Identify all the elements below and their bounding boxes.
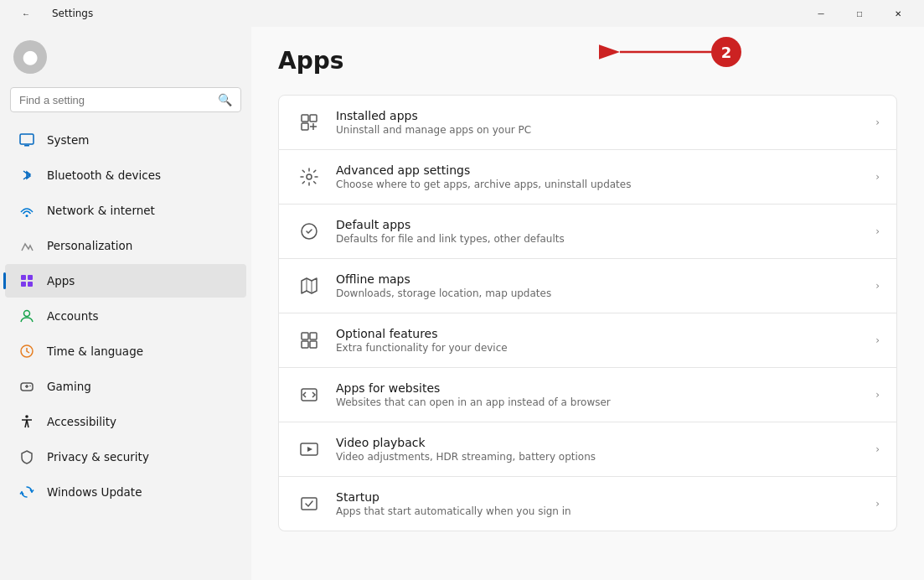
settings-item-default-apps[interactable]: Default apps Defaults for file and link …: [278, 205, 897, 259]
close-icon: ✕: [895, 9, 901, 18]
sidebar-item-update-label: Windows Update: [47, 485, 142, 499]
sidebar-item-privacy[interactable]: Privacy & security: [5, 440, 246, 474]
sidebar: ● 🔍 System Bluetooth & devices Network: [0, 27, 251, 580]
page-title: Apps: [278, 47, 897, 75]
network-icon: [18, 202, 35, 219]
settings-item-video-playback[interactable]: Video playback Video adjustments, HDR st…: [278, 422, 897, 477]
startup-text: Startup Apps that start automatically wh…: [336, 490, 862, 517]
sidebar-item-network-label: Network & internet: [47, 204, 155, 217]
settings-item-startup[interactable]: Startup Apps that start automatically wh…: [278, 477, 897, 531]
sidebar-item-update[interactable]: Windows Update: [5, 475, 246, 509]
close-button[interactable]: ✕: [879, 0, 917, 27]
maximize-icon: □: [857, 9, 862, 18]
minimize-button[interactable]: ─: [802, 0, 840, 27]
user-avatar-section: ●: [0, 27, 251, 80]
advanced-text: Advanced app settings Choose where to ge…: [336, 163, 862, 190]
sidebar-item-personalization[interactable]: Personalization: [5, 229, 246, 262]
settings-item-offline-maps[interactable]: Offline maps Downloads, storage location…: [278, 259, 897, 313]
video-playback-icon: [296, 436, 323, 463]
advanced-chevron: ›: [875, 171, 880, 183]
back-button[interactable]: ←: [7, 0, 45, 27]
svg-point-2: [26, 215, 28, 217]
svg-rect-3: [21, 275, 26, 280]
search-input[interactable]: [19, 94, 213, 106]
sidebar-item-apps[interactable]: Apps: [5, 264, 246, 298]
svg-point-7: [24, 311, 30, 317]
optional-features-text: Optional features Extra functionality fo…: [336, 327, 862, 354]
sidebar-item-network[interactable]: Network & internet: [5, 194, 246, 227]
settings-item-optional-features[interactable]: Optional features Extra functionality fo…: [278, 313, 897, 368]
offline-maps-chevron: ›: [875, 280, 880, 292]
startup-chevron: ›: [875, 498, 880, 510]
sidebar-item-accounts-label: Accounts: [47, 309, 99, 323]
privacy-icon: [18, 448, 35, 465]
window-title: Settings: [52, 8, 93, 19]
offline-maps-icon: [296, 272, 323, 299]
svg-rect-1: [24, 145, 29, 147]
sidebar-item-time[interactable]: Time & language: [5, 334, 246, 368]
update-icon: [18, 484, 35, 500]
optional-features-title: Optional features: [336, 327, 862, 340]
video-playback-desc: Video adjustments, HDR streaming, batter…: [336, 451, 862, 463]
titlebar: ← Settings ─ □ ✕: [0, 0, 924, 27]
settings-item-installed-apps[interactable]: Installed apps Uninstall and manage apps…: [278, 95, 897, 150]
svg-rect-25: [310, 333, 317, 339]
personalization-icon: [18, 237, 35, 254]
avatar[interactable]: ●: [13, 40, 47, 74]
offline-maps-text: Offline maps Downloads, storage location…: [336, 272, 862, 299]
svg-point-12: [29, 386, 31, 387]
sidebar-item-accessibility[interactable]: Accessibility: [5, 405, 246, 438]
bluetooth-icon: [18, 167, 35, 184]
advanced-title: Advanced app settings: [336, 163, 862, 177]
svg-rect-26: [302, 341, 308, 348]
video-playback-chevron: ›: [875, 443, 880, 455]
optional-features-icon: [296, 327, 323, 354]
apps-icon: [18, 272, 35, 289]
sidebar-item-system[interactable]: System: [5, 123, 246, 157]
sidebar-item-bluetooth[interactable]: Bluetooth & devices: [5, 158, 246, 192]
back-icon: ←: [22, 9, 30, 18]
maximize-button[interactable]: □: [840, 0, 879, 27]
sidebar-item-gaming[interactable]: Gaming: [5, 370, 246, 403]
svg-rect-0: [20, 134, 34, 144]
svg-marker-30: [307, 447, 312, 452]
svg-rect-27: [310, 341, 317, 348]
gaming-icon: [18, 378, 35, 395]
svg-rect-6: [28, 282, 33, 287]
system-icon: [18, 132, 35, 148]
video-playback-text: Video playback Video adjustments, HDR st…: [336, 436, 862, 463]
apps-websites-title: Apps for websites: [336, 381, 862, 395]
settings-item-advanced[interactable]: Advanced app settings Choose where to ge…: [278, 150, 897, 205]
svg-rect-5: [21, 282, 26, 287]
time-icon: [18, 343, 35, 360]
default-apps-text: Default apps Defaults for file and link …: [336, 218, 862, 245]
default-apps-desc: Defaults for file and link types, other …: [336, 233, 862, 245]
svg-rect-14: [302, 115, 308, 122]
search-icon: 🔍: [218, 93, 232, 106]
search-box[interactable]: 🔍: [10, 87, 241, 112]
sidebar-item-accounts[interactable]: Accounts: [5, 299, 246, 333]
svg-rect-16: [302, 123, 308, 130]
installed-apps-icon: [296, 109, 323, 136]
installed-apps-chevron: ›: [875, 117, 880, 128]
sidebar-item-privacy-label: Privacy & security: [47, 450, 149, 463]
svg-rect-4: [28, 275, 33, 280]
default-apps-title: Default apps: [336, 218, 862, 231]
installed-apps-title: Installed apps: [336, 109, 862, 122]
optional-features-desc: Extra functionality for your device: [336, 342, 862, 354]
optional-features-chevron: ›: [875, 334, 880, 346]
default-apps-icon: [296, 218, 323, 245]
sidebar-item-gaming-label: Gaming: [47, 380, 91, 393]
advanced-icon: [296, 163, 323, 190]
settings-item-apps-websites[interactable]: Apps for websites Websites that can open…: [278, 368, 897, 422]
app-body: ● 🔍 System Bluetooth & devices Network: [0, 27, 924, 580]
advanced-desc: Choose where to get apps, archive apps, …: [336, 179, 862, 190]
svg-point-19: [307, 174, 312, 179]
installed-apps-desc: Uninstall and manage apps on your PC: [336, 124, 862, 136]
svg-rect-31: [302, 498, 317, 510]
startup-desc: Apps that start automatically when you s…: [336, 505, 862, 517]
svg-marker-21: [302, 278, 317, 293]
installed-apps-text: Installed apps Uninstall and manage apps…: [336, 109, 862, 136]
accounts-icon: [18, 308, 35, 324]
sidebar-item-time-label: Time & language: [47, 344, 143, 358]
